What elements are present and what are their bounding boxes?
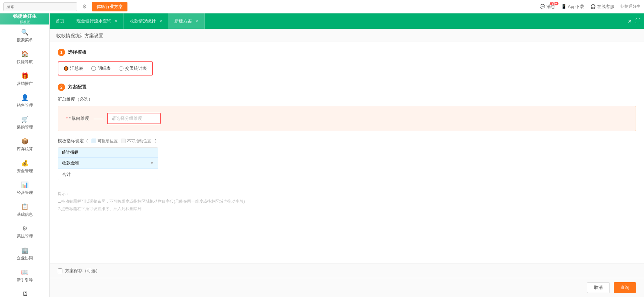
tab-home[interactable]: 首页: [50, 13, 70, 29]
tab-bank-flow-close[interactable]: ×: [115, 18, 117, 24]
smart-hw-icon: 🖥: [22, 290, 28, 297]
tip2: 2.点击标题栏下拉可设置排序、插入列和删除列: [58, 205, 636, 213]
config-section: 2 方案配置 汇总维度（必选） * * 纵向维度 —— 请选择分组维度: [58, 84, 636, 216]
message-icon: 💬: [540, 4, 545, 9]
message-item[interactable]: 💬 消息 99+: [540, 4, 555, 10]
template-section: 1 选择模板 汇总表 明细表: [58, 49, 636, 76]
radio-crosstab-label: 交叉统计表: [125, 65, 147, 71]
purchase-label: 采购管理: [17, 125, 33, 130]
trial-button[interactable]: 体验行业方案: [92, 2, 127, 11]
username: 畅捷通好生: [621, 4, 641, 9]
non-movable-indicator: [121, 139, 126, 143]
layout: 畅捷通好生 标准版 🔍 搜索菜单 🏠 快捷导航 🎁 营销推广 👤 销售管理 🛒 …: [0, 13, 644, 297]
tab-bank-flow[interactable]: 现金银行流水查询 ×: [70, 13, 124, 29]
enterprise-label: 企业协同: [17, 255, 33, 261]
page-header: 收款情况统计方案设置: [50, 29, 644, 42]
search-input[interactable]: [3, 2, 77, 11]
purchase-icon: 🛒: [21, 116, 29, 123]
dimension-section-label: 汇总维度（必选）: [58, 96, 636, 102]
radio-summary[interactable]: 汇总表: [64, 65, 83, 71]
footer: 取消 查询: [50, 278, 644, 297]
sidebar-item-guide[interactable]: 📖 新手引导: [0, 264, 49, 286]
save-checkbox[interactable]: [58, 268, 62, 273]
app-download-label: App下载: [568, 4, 584, 10]
sales-label: 销售管理: [17, 103, 33, 108]
template-options-group: 汇总表 明细表 交叉统计表: [58, 61, 153, 76]
cancel-button[interactable]: 取消: [587, 282, 610, 293]
metrics-item-row[interactable]: 收款金额 ▼: [58, 158, 158, 169]
sidebar-item-inventory[interactable]: 📦 库存核算: [0, 134, 49, 155]
tab-receipt-stats-close[interactable]: ×: [159, 18, 162, 24]
save-option: 方案保存（可选）: [50, 263, 644, 278]
required-mark: *: [66, 116, 68, 121]
sidebar-item-marketing[interactable]: 🎁 营销推广: [0, 68, 49, 90]
sidebar-item-smart-hw[interactable]: 🖥 智能硬件: [0, 286, 49, 297]
metrics-section: 模板指标设定（ 可拖动位置 不可拖动位置 ）: [58, 138, 636, 216]
sidebar: 畅捷通好生 标准版 🔍 搜索菜单 🏠 快捷导航 🎁 营销推广 👤 销售管理 🛒 …: [0, 13, 50, 297]
sidebar-item-operation[interactable]: 📊 经营管理: [0, 177, 49, 199]
dimension-select[interactable]: 请选择分组维度: [107, 113, 161, 124]
form-area: 1 选择模板 汇总表 明细表: [50, 42, 644, 263]
radio-detail[interactable]: 明细表: [91, 65, 111, 71]
support-icon: 🎧: [590, 4, 596, 9]
sidebar-item-search-menu[interactable]: 🔍 搜索菜单: [0, 24, 49, 46]
tab-new-plan-close[interactable]: ×: [195, 18, 198, 24]
app-download-item[interactable]: 📱 App下载: [561, 4, 584, 10]
section1-num: 1: [58, 49, 65, 56]
gear-icon[interactable]: ⚙: [80, 2, 89, 11]
section1-title: 选择模板: [68, 49, 87, 55]
inventory-icon: 📦: [21, 138, 29, 145]
tab-receipt-stats[interactable]: 收款情况统计 ×: [124, 13, 168, 29]
sidebar-item-basic[interactable]: 📋 基础信息: [0, 199, 49, 221]
metrics-header-label: 模板指标设定（: [58, 138, 88, 144]
tips-area: 提示： 1.拖动标题栏可以调整布局，不可跨维度或指标区域拖动栏目字段(只能在同一…: [58, 187, 636, 216]
sidebar-item-sales[interactable]: 👤 销售管理: [0, 90, 49, 112]
tab-bar-spacer: [205, 13, 624, 29]
radio-detail-label: 明细表: [98, 65, 111, 71]
sidebar-item-purchase[interactable]: 🛒 采购管理: [0, 112, 49, 134]
top-bar: ⚙ 体验行业方案 💬 消息 99+ 📱 App下载 🎧 在线客服 畅捷通好生: [0, 0, 644, 13]
vertical-dimension-label: * * 纵向维度: [66, 115, 90, 121]
radio-crosstab[interactable]: 交叉统计表: [119, 65, 147, 71]
tab-bar: 首页 现金银行流水查询 × 收款情况统计 × 新建方案 × ✕ ⛶: [50, 13, 644, 29]
sales-icon: 👤: [21, 94, 29, 101]
tips-title: 提示：: [58, 191, 636, 197]
logo-text: 畅捷通好生: [13, 13, 37, 19]
config-section-header: 2 方案配置: [58, 84, 636, 91]
radio-crosstab-input[interactable]: [119, 66, 123, 71]
online-support-label: 在线客服: [597, 4, 614, 10]
tab-expand-ctrl[interactable]: ⛶: [635, 18, 641, 24]
radio-summary-input[interactable]: [64, 66, 68, 71]
tab-bar-controls: ✕ ⛶: [624, 13, 644, 29]
sidebar-item-quick-nav[interactable]: 🏠 快捷导航: [0, 46, 49, 68]
metrics-table: 统计指标 收款金额 ▼ 合计: [58, 147, 158, 180]
sidebar-item-enterprise[interactable]: 🏢 企业协同: [0, 243, 49, 264]
movable-tag: 可拖动位置: [92, 138, 118, 144]
section2-title: 方案配置: [68, 84, 87, 90]
radio-detail-input[interactable]: [91, 66, 96, 71]
dimension-arrow: ——: [94, 116, 103, 121]
guide-label: 新手引导: [17, 277, 33, 283]
marketing-label: 营销推广: [17, 81, 33, 87]
guide-icon: 📖: [21, 268, 29, 276]
tab-receipt-stats-label: 收款情况统计: [130, 18, 156, 24]
main: 首页 现金银行流水查询 × 收款情况统计 × 新建方案 × ✕ ⛶ 收: [50, 13, 644, 297]
metrics-total-row: 合计: [58, 169, 158, 180]
non-movable-tag: 不可拖动位置: [121, 138, 151, 144]
logo-sub: 标准版: [20, 20, 30, 24]
tab-bank-flow-label: 现金银行流水查询: [76, 18, 111, 24]
sidebar-item-finance[interactable]: 💰 资金管理: [0, 155, 49, 177]
inventory-label: 库存核算: [17, 146, 33, 152]
tab-new-plan[interactable]: 新建方案 ×: [168, 13, 204, 29]
metrics-category-header: 统计指标: [58, 148, 158, 158]
sidebar-item-system[interactable]: ⚙ 系统管理: [0, 221, 49, 243]
metrics-close-bracket: ）: [155, 138, 159, 144]
online-support-item[interactable]: 🎧 在线客服: [590, 4, 614, 10]
basic-label: 基础信息: [17, 212, 33, 217]
finance-label: 资金管理: [17, 168, 33, 174]
query-button[interactable]: 查询: [614, 282, 636, 293]
system-icon: ⚙: [22, 225, 28, 232]
app-icon: 📱: [561, 4, 567, 9]
tab-close-ctrl[interactable]: ✕: [628, 18, 632, 24]
section2-num: 2: [58, 84, 65, 91]
